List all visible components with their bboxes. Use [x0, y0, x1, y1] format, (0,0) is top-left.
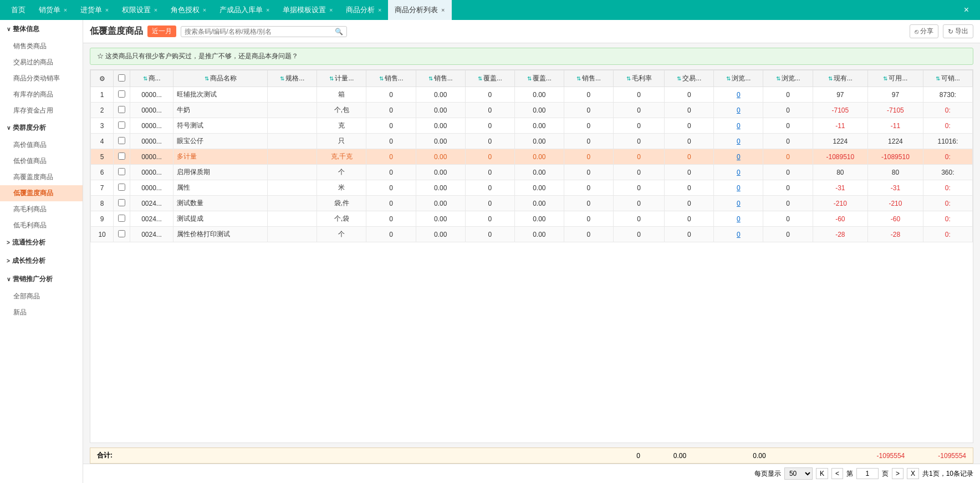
date-filter-button[interactable]: 近一月 [147, 26, 176, 37]
nav-product-entry[interactable]: 产成品入库单 × [213, 0, 276, 20]
nav-analysis[interactable]: 商品分析 × [339, 0, 388, 20]
nav-analysis-list[interactable]: 商品分析列表 × [388, 0, 451, 20]
window-close-button[interactable]: × [957, 5, 976, 15]
nav-close-permission[interactable]: × [154, 7, 157, 13]
last-page-button[interactable]: X [907, 468, 919, 479]
row-spec [268, 118, 317, 134]
search-icon[interactable]: 🔍 [335, 28, 343, 35]
row-name[interactable]: 属性 [173, 180, 267, 196]
row-browse1[interactable]: 0 [714, 118, 763, 134]
row-name[interactable]: 测试提成 [173, 211, 267, 227]
row-browse1[interactable]: 0 [714, 196, 763, 211]
row-coverage2: 0.00 [514, 149, 564, 165]
row-browse1[interactable]: 0 [714, 134, 763, 149]
row-browse1[interactable]: 0 [714, 180, 763, 196]
row-name[interactable]: 测试数量 [173, 196, 267, 211]
sidebar-item-traded-goods[interactable]: 交易过的商品 [0, 54, 83, 70]
col-code[interactable]: ⇅商... [130, 70, 173, 87]
sidebar-item-capital[interactable]: 库存资金占用 [0, 103, 83, 119]
row-name[interactable]: 牛奶 [173, 103, 267, 118]
sidebar-item-high-value[interactable]: 高价值商品 [0, 137, 83, 153]
row-checkbox[interactable] [114, 227, 130, 242]
sidebar-item-in-stock[interactable]: 有库存的商品 [0, 87, 83, 103]
sidebar-section-cluster[interactable]: ∨ 类群度分析 [0, 119, 83, 137]
nav-close-sales[interactable]: × [64, 7, 67, 13]
nav-home[interactable]: 首页 [4, 0, 32, 20]
page-number-input[interactable] [856, 468, 879, 479]
row-sales-qty: 0 [366, 118, 416, 134]
col-current-stock[interactable]: ⇅现有... [813, 70, 868, 87]
nav-role[interactable]: 角色授权 × [164, 0, 213, 20]
sidebar-item-low-profit[interactable]: 低毛利商品 [0, 217, 83, 233]
export-button[interactable]: ↻ 导出 [943, 24, 973, 38]
select-all-checkbox[interactable] [118, 74, 125, 82]
row-browse1[interactable]: 0 [714, 149, 763, 165]
row-checkbox[interactable] [114, 118, 130, 134]
col-sales-qty[interactable]: ⇅销售... [366, 70, 416, 87]
col-trade[interactable]: ⇅交易... [665, 70, 714, 87]
col-coverage2[interactable]: ⇅覆盖... [514, 70, 564, 87]
next-page-button[interactable]: > [892, 468, 904, 479]
col-name[interactable]: ⇅商品名称 [173, 70, 267, 87]
row-browse1[interactable]: 0 [714, 103, 763, 118]
nav-template[interactable]: 单据模板设置 × [276, 0, 339, 20]
row-checkbox[interactable] [114, 149, 130, 165]
sidebar-item-all-goods[interactable]: 全部商品 [0, 288, 83, 304]
row-checkbox[interactable] [114, 87, 130, 103]
col-sales3[interactable]: ⇅销售... [564, 70, 613, 87]
sidebar-item-high-profit[interactable]: 高毛利商品 [0, 201, 83, 217]
col-available-stock[interactable]: ⇅可用... [868, 70, 923, 87]
nav-close-product-entry[interactable]: × [266, 7, 269, 13]
sidebar-item-low-coverage[interactable]: 低覆盖度商品 [0, 185, 83, 201]
sidebar-item-category-rate[interactable]: 商品分类动销率 [0, 70, 83, 87]
nav-close-role[interactable]: × [203, 7, 206, 13]
row-name[interactable]: 眼宝公仔 [173, 134, 267, 149]
row-browse1[interactable]: 0 [714, 87, 763, 103]
prev-page-button[interactable]: < [831, 468, 843, 479]
nav-close-analysis[interactable]: × [378, 7, 381, 13]
row-checkbox[interactable] [114, 196, 130, 211]
col-spec[interactable]: ⇅规格... [268, 70, 317, 87]
row-checkbox[interactable] [114, 211, 130, 227]
col-unit[interactable]: ⇅计量... [317, 70, 366, 87]
col-sellable[interactable]: ⇅可销... [923, 70, 972, 87]
sidebar-item-high-coverage[interactable]: 高覆盖度商品 [0, 169, 83, 185]
row-browse1[interactable]: 0 [714, 165, 763, 180]
nav-close-template[interactable]: × [329, 7, 333, 13]
row-browse1[interactable]: 0 [714, 227, 763, 242]
col-sales-amt[interactable]: ⇅销售... [416, 70, 465, 87]
nav-close-analysis-list[interactable]: × [441, 7, 445, 13]
sidebar-section-overall[interactable]: ∨ 整体信息 [0, 20, 83, 38]
row-browse1[interactable]: 0 [714, 211, 763, 227]
row-checkbox[interactable] [114, 103, 130, 118]
nav-close-purchase[interactable]: × [105, 7, 109, 13]
row-checkbox[interactable] [114, 180, 130, 196]
col-browse2[interactable]: ⇅浏览... [763, 70, 813, 87]
page-size-select[interactable]: 50 100 200 [784, 467, 813, 480]
col-gross-margin[interactable]: ⇅毛利率 [614, 70, 665, 87]
sidebar-section-marketing[interactable]: ∨ 营销推广分析 [0, 270, 83, 288]
col-coverage1[interactable]: ⇅覆盖... [465, 70, 514, 87]
nav-sales[interactable]: 销货单 × [32, 0, 74, 20]
nav-permission[interactable]: 权限设置 × [115, 0, 164, 20]
table-container[interactable]: ⚙ ⇅商... ⇅商品名称 ⇅规格... ⇅计量... ⇅销售... ⇅销售..… [90, 69, 973, 443]
sidebar-section-growth[interactable]: > 成长性分析 [0, 252, 83, 270]
share-button[interactable]: ⎋ 分享 [910, 24, 938, 38]
first-page-button[interactable]: K [816, 468, 828, 479]
row-name[interactable]: 旺辅批次测试 [173, 87, 267, 103]
search-input[interactable] [185, 28, 335, 35]
nav-purchase[interactable]: 进货单 × [74, 0, 115, 20]
col-settings[interactable]: ⚙ [91, 70, 114, 87]
col-browse1[interactable]: ⇅浏览... [714, 70, 763, 87]
row-name[interactable]: 属性价格打印测试 [173, 227, 267, 242]
sidebar-item-low-value[interactable]: 低价值商品 [0, 153, 83, 169]
row-checkbox[interactable] [114, 134, 130, 149]
row-name[interactable]: 启用保质期 [173, 165, 267, 180]
row-name[interactable]: 多计量 [173, 149, 267, 165]
sidebar-section-flow[interactable]: > 流通性分析 [0, 233, 83, 252]
sidebar-item-sales-goods[interactable]: 销售类商品 [0, 38, 83, 54]
row-name[interactable]: 符号测试 [173, 118, 267, 134]
sidebar-item-new-goods[interactable]: 新品 [0, 304, 83, 321]
row-checkbox[interactable] [114, 165, 130, 180]
top-navigation: 首页 销货单 × 进货单 × 权限设置 × 角色授权 × 产成品入库单 × 单据… [0, 0, 980, 20]
